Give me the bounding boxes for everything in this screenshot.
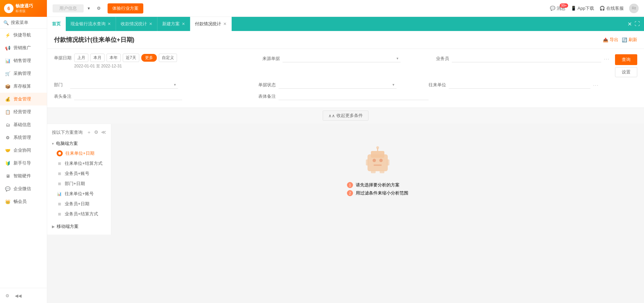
sidebar-item-system[interactable]: ⚙ 系统管理 (0, 131, 47, 144)
tab-new-scheme[interactable]: 新建方案 ✕ (157, 17, 190, 31)
page-header: 付款情况统计(往来单位+日期) 📤 导出 🔄 刷新 (47, 31, 644, 49)
partner-more-icon[interactable]: ··· (593, 83, 599, 88)
scheme-item-staff-payment[interactable]: ⊞ 业务员+结算方式 (47, 209, 111, 219)
sidebar-item-enterprise[interactable]: 🤝 企业协同 (0, 144, 47, 157)
nav-label-wechat: 企业微信 (13, 186, 31, 192)
search-menu[interactable]: 🔍 搜索菜单 (0, 17, 47, 29)
nav-label-guide: 新手引导 (13, 160, 31, 166)
sidebar-item-funds[interactable]: 💰 资金管理 (0, 93, 47, 105)
settings-footer-icon[interactable]: ⚙ (3, 292, 11, 300)
dept-select[interactable]: ▾ (70, 81, 178, 89)
collapse-icon: ∧∧ (328, 113, 335, 118)
scheme-item-partner-payment[interactable]: ⊞ 往来单位+结算方式 (47, 158, 111, 169)
scheme-item-staff-date[interactable]: ⊞ 业务员+日期 (47, 199, 111, 209)
svg-point-4 (379, 159, 383, 162)
source-select-arrow: ▾ (397, 56, 399, 61)
sales-icon: 📊 (5, 58, 11, 64)
scheme-icon-table3: ⊞ (57, 181, 62, 186)
date-btn-this-month[interactable]: 本月 (90, 54, 105, 62)
svg-rect-10 (371, 171, 376, 173)
search-label: 搜索菜单 (11, 20, 28, 26)
staff-more-icon[interactable]: ··· (604, 56, 610, 61)
dept-select-arrow: ▾ (174, 83, 176, 87)
add-scheme-icon[interactable]: ＋ (87, 129, 91, 135)
scheme-item-partner-date[interactable]: 往来单位+日期 (47, 148, 111, 158)
sidebar-item-inventory[interactable]: 📦 库存核算 (0, 80, 47, 93)
collapse-label: 收起更多条件 (336, 113, 363, 119)
topbar-gear-icon[interactable]: ⚙ (94, 4, 104, 13)
partner-input[interactable] (449, 81, 590, 89)
scheme-item-staff-account[interactable]: ⊞ 业务员+账号 (47, 169, 111, 179)
status-select-arrow: ▾ (392, 83, 394, 87)
tab-pay-stat-close[interactable]: ✕ (223, 22, 227, 26)
main-area: 用户信息 ▾ ⚙ 体验行业方案 💬 消息 99+ 📱 App下载 🎧 在线客服 … (47, 0, 644, 303)
scheme-icon-table4: ⊞ (57, 201, 62, 207)
left-panel: 按以下方案查询 ＋ ⚙ ≪ ▾ 电脑端方案 (47, 124, 111, 235)
sidebar-item-basics[interactable]: 🗂 基础信息 (0, 118, 47, 131)
date-btn-last-month[interactable]: 上月 (74, 54, 88, 62)
date-btn-custom[interactable]: 自定义 (159, 54, 177, 62)
messages-button[interactable]: 💬 消息 99+ (550, 5, 565, 11)
date-btn-this-year[interactable]: 本年 (107, 54, 121, 62)
sidebar-item-purchase[interactable]: 🛒 采购管理 (0, 67, 47, 80)
setting-button[interactable]: 设置 (615, 67, 637, 77)
close-tab-icon[interactable]: ✕ (627, 21, 632, 27)
user-avatar[interactable]: Rit (629, 4, 639, 13)
scheme-label-partner-account: 往来单位+账号 (65, 191, 94, 197)
app-download-button[interactable]: 📱 App下载 (571, 5, 594, 11)
status-select[interactable]: ▾ (279, 81, 397, 89)
sidebar-item-hardware[interactable]: 🖥 智能硬件 (0, 170, 47, 182)
marketing-icon: 📢 (5, 45, 11, 51)
source-select[interactable]: ▾ (283, 55, 401, 62)
nav-label-marketing: 营销推广 (13, 45, 31, 51)
date-btn-7days[interactable]: 近7天 (123, 54, 139, 62)
scheme-icon-bar: 📊 (57, 191, 62, 196)
scheme-label-staff-payment: 业务员+结算方式 (65, 211, 98, 217)
refresh-button[interactable]: 🔄 刷新 (622, 37, 637, 43)
collapse-button[interactable]: ∧∧ 收起更多条件 (323, 111, 369, 121)
sidebar-item-wechat[interactable]: 💬 企业微信 (0, 182, 47, 195)
body-note-input[interactable] (279, 93, 429, 100)
export-button[interactable]: 📤 导出 (603, 37, 618, 43)
tab-new-scheme-close[interactable]: ✕ (182, 22, 185, 26)
tab-home[interactable]: 首页 (47, 17, 66, 31)
desktop-scheme-header[interactable]: ▾ 电脑端方案 (47, 139, 111, 148)
tab-bank[interactable]: 现金银行流水查询 ✕ (66, 17, 116, 31)
scheme-icon-table1: ⊞ (57, 161, 62, 166)
topbar-dropdown-icon[interactable]: ▾ (88, 6, 90, 11)
empty-illustration (361, 144, 394, 178)
scheme-item-dept-date[interactable]: ⊞ 部门+日期 (47, 179, 111, 189)
online-service-button[interactable]: 🎧 在线客服 (599, 5, 624, 11)
sidebar-item-guide[interactable]: 🔰 新手引导 (0, 157, 47, 170)
left-panel-header: 按以下方案查询 ＋ ⚙ ≪ (47, 127, 111, 138)
panel-icons: ＋ ⚙ ≪ (87, 129, 106, 135)
mobile-scheme-header[interactable]: ▶ 移动端方案 (47, 222, 111, 231)
nav-label-member: 畅会员 (13, 199, 27, 205)
sidebar-item-quick[interactable]: ⚡ 快捷导航 (0, 29, 47, 41)
search-icon: 🔍 (3, 20, 9, 25)
date-btn-more[interactable]: 更多 (141, 54, 157, 62)
trial-button[interactable]: 体验行业方案 (108, 3, 143, 13)
nav-label-inventory: 库存核算 (13, 83, 31, 89)
tab-payment-stat[interactable]: 收款情况统计 ✕ (116, 17, 157, 31)
date-label: 单据日期 (54, 54, 71, 61)
tab-payment-stat-close[interactable]: ✕ (149, 22, 152, 26)
head-note-input[interactable] (74, 93, 182, 100)
sidebar-item-marketing[interactable]: 📢 营销推广 (0, 41, 47, 54)
staff-input[interactable] (452, 55, 601, 62)
sidebar-item-sales[interactable]: 📊 销售管理 (0, 54, 47, 67)
sidebar-item-operations[interactable]: 📋 经营管理 (0, 105, 47, 118)
tab-pay-stat[interactable]: 付款情况统计 ✕ (190, 17, 232, 31)
collapse-sidebar-icon[interactable]: ◀◀ (14, 292, 22, 300)
status-label: 单据状态 (258, 82, 276, 88)
maximize-tab-icon[interactable]: ⛶ (635, 21, 640, 27)
edit-scheme-icon[interactable]: ⚙ (94, 129, 98, 135)
collapse-panel-icon[interactable]: ≪ (101, 129, 106, 135)
tab-bank-close[interactable]: ✕ (108, 22, 111, 26)
sidebar-header: 6 畅捷通巧 标准版 (0, 0, 47, 17)
basics-icon: 🗂 (5, 122, 11, 128)
sidebar-item-member[interactable]: 👑 畅会员 (0, 195, 47, 208)
scheme-item-partner-account[interactable]: 📊 往来单位+账号 (47, 189, 111, 199)
app-icon: 📱 (571, 6, 576, 11)
query-button[interactable]: 查询 (615, 54, 637, 65)
